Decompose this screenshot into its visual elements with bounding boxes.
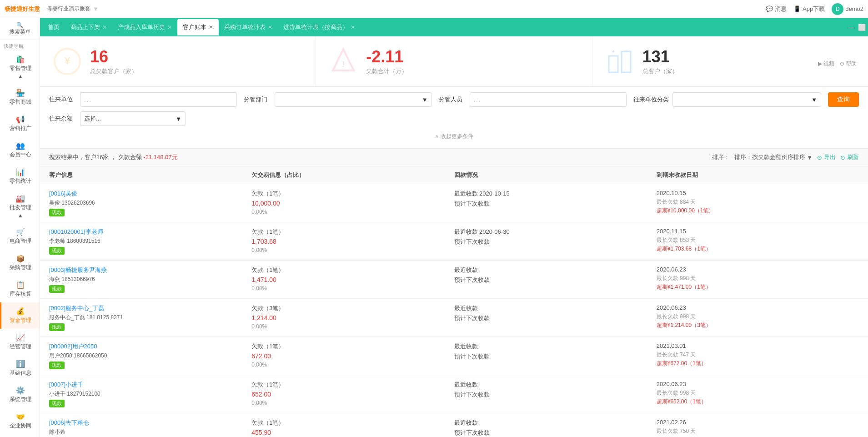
retail-expand-icon: ▲	[18, 73, 23, 80]
sidebar-item-enterprise[interactable]: 🤝 企业协同	[0, 408, 40, 434]
balance-chevron-icon: ▼	[176, 116, 181, 122]
search-menu-btn[interactable]: 🔍 搜索菜单	[0, 18, 40, 40]
sidebar-item-finance[interactable]: 💰 资金管理	[0, 302, 40, 329]
tab-product-inbound[interactable]: 产成品入库单历史 ✕	[112, 19, 177, 35]
sidebar-item-retail-stats[interactable]: 📊 零售统计	[0, 163, 40, 190]
dept-chevron-icon: ▼	[422, 96, 428, 103]
export-button[interactable]: ⊙ 导出	[817, 153, 836, 161]
sidebar-item-operations[interactable]: 📈 经营管理	[0, 329, 40, 355]
sidebar-item-label: 电商管理	[10, 237, 31, 245]
sidebar-item-inventory[interactable]: 📋 库存核算	[0, 276, 40, 302]
tab-close-icon[interactable]: ✕	[351, 24, 355, 30]
customer-detail-4: 用户2050 18665062050	[49, 352, 251, 360]
customer-info-1: [0001020001]李老师 李老师 18600391516 现款	[49, 228, 251, 255]
overdue-link-1[interactable]: 超期¥1,703.68（1笔）	[657, 245, 859, 253]
sidebar-item-guide[interactable]: 🎯 新手引导	[0, 434, 40, 437]
results-bar: 搜索结果中，客户16家 ， 欠款金额 -21,148.07元 排序： 排序：按欠…	[40, 149, 868, 166]
sidebar-item-marketing[interactable]: 📢 营销推广	[0, 111, 40, 137]
unit-class-select[interactable]: ▼	[672, 92, 821, 107]
dept-select[interactable]: ▼	[275, 92, 431, 107]
tab-home[interactable]: 首页	[42, 23, 65, 31]
col-header-customer: 客户信息	[49, 171, 251, 179]
messages-btn[interactable]: 💬 消息	[766, 5, 787, 13]
app-download-btn[interactable]: 📱 App下载	[793, 5, 825, 13]
sidebar-item-wholesale[interactable]: 🏭 批发管理 ▲	[0, 190, 40, 223]
help-btn[interactable]: ⊙ 帮助	[840, 60, 857, 68]
sidebar-item-retail-mall[interactable]: 🏪 零售商城	[0, 84, 40, 111]
sidebar-item-system[interactable]: ⚙️ 系统管理	[0, 382, 40, 408]
wholesale-expand-icon: ▲	[18, 212, 23, 219]
collapse-btn[interactable]: ∧ 收起更多条件	[49, 131, 859, 143]
from-unit-input[interactable]: ...	[80, 92, 237, 107]
stat-icon-blue	[604, 45, 636, 77]
due-info-0: 2020.10.15 最长欠款 884 天 超期¥10,000.00（1笔）	[657, 190, 859, 215]
sort-button[interactable]: 排序：按欠款金额倒序排序 ▼	[734, 153, 813, 161]
query-button[interactable]: 查询	[828, 92, 859, 107]
retail-mgmt-icon: 🛍️	[16, 55, 25, 64]
svg-text:¥: ¥	[64, 55, 70, 66]
col-header-due: 到期未收款日期	[657, 171, 859, 179]
tab-purchase-stats[interactable]: 采购订单统计表 ✕	[219, 19, 278, 35]
due-info-1: 2020.11.15 最长欠款 853 天 超期¥1,703.68（1笔）	[657, 228, 859, 253]
person-label: 分管人员	[439, 95, 466, 104]
tab-product-listing[interactable]: 商品上下架 ✕	[65, 19, 112, 35]
overdue-link-4[interactable]: 超期¥672.00（1笔）	[657, 360, 859, 367]
customer-tag-5: 现款	[49, 400, 65, 407]
debt-info-4: 欠款（1笔） 672.00 0.00%	[251, 342, 454, 368]
debt-info-2: 欠款（1笔） 1,471.00 0.00%	[251, 266, 454, 291]
customer-name-0[interactable]: [0016]吴俊	[49, 190, 251, 198]
customer-name-3[interactable]: [0002]服务中心_丁磊	[49, 304, 251, 312]
download-icon: 📱	[793, 5, 801, 12]
overdue-link-5[interactable]: 超期¥652.00（1笔）	[657, 398, 859, 406]
tab-minimize-icon[interactable]: —	[848, 24, 854, 31]
sidebar-item-label: 营销推广	[10, 125, 31, 132]
customer-name-5[interactable]: [0007]小进千	[49, 381, 251, 389]
tab-purchase-product-stats[interactable]: 进货单统计表（按商品） ✕	[278, 19, 361, 35]
overdue-link-3[interactable]: 超期¥1,214.00（3笔）	[657, 321, 859, 329]
overdue-link-0[interactable]: 超期¥10,000.00（1笔）	[657, 207, 859, 215]
table-row: [0003]畅捷服务尹海燕 海燕 18513066976 现款 欠款（1笔） 1…	[40, 261, 868, 299]
store-dropdown-icon[interactable]: ▼	[93, 5, 99, 12]
sidebar-item-purchase[interactable]: 📦 采购管理	[0, 250, 40, 276]
sidebar-item-member[interactable]: 👥 会员中心	[0, 137, 40, 163]
stats-panel: ¥ 16 总欠款客户（家） !	[40, 36, 868, 87]
sidebar-item-retail-mgmt[interactable]: 🛍️ 零售管理 ▲	[0, 50, 40, 84]
tab-customer-account[interactable]: 客户账本 ✕	[177, 19, 219, 35]
balance-select[interactable]: 选择... ▼	[80, 111, 186, 126]
video-btn[interactable]: ▶ 视频	[818, 60, 834, 68]
customer-name-6[interactable]: [0006]去下粮仓	[49, 419, 251, 427]
sidebar-item-basic-info[interactable]: ℹ️ 基础信息	[0, 355, 40, 382]
user-btn[interactable]: D demo2	[832, 3, 863, 15]
customer-name-1[interactable]: [0001020001]李老师	[49, 228, 251, 236]
due-info-2: 2020.06.23 最长欠款 998 天 超期¥1,471.00（1笔）	[657, 266, 859, 291]
finance-icon: 💰	[16, 307, 25, 316]
due-info-4: 2021.03.01 最长欠款 747 天 超期¥672.00（1笔）	[657, 342, 859, 367]
sidebar-item-ecommerce[interactable]: 🛒 电商管理	[0, 223, 40, 250]
tab-close-icon[interactable]: ✕	[268, 24, 272, 30]
stat-icon-orange: ¥	[51, 45, 83, 77]
customer-name-4[interactable]: [000002]用户2050	[49, 342, 251, 351]
customer-info-6: [0006]去下粮仓 陈小希 现款	[49, 419, 251, 437]
stat-tools: ▶ 视频 ⊙ 帮助	[818, 55, 857, 68]
svg-rect-4	[609, 56, 618, 72]
return-info-6: 最近收款 预计下次收款	[454, 419, 657, 437]
customer-info-2: [0003]畅捷服务尹海燕 海燕 18513066976 现款	[49, 266, 251, 293]
person-input[interactable]: ...	[470, 92, 627, 107]
refresh-button[interactable]: ⊙ 刷新	[840, 153, 859, 161]
tab-maximize-icon[interactable]: ⬜	[858, 24, 866, 31]
collapse-icon: ∧	[435, 133, 441, 140]
overdue-link-2[interactable]: 超期¥1,471.00（1笔）	[657, 283, 859, 291]
tab-close-icon[interactable]: ✕	[209, 24, 213, 30]
customer-name-2[interactable]: [0003]畅捷服务尹海燕	[49, 266, 251, 274]
tab-close-icon[interactable]: ✕	[102, 24, 107, 30]
due-info-5: 2020.06.23 最长欠款 998 天 超期¥652.00（1笔）	[657, 381, 859, 406]
export-icon: ⊙	[817, 154, 822, 161]
tab-bar: 首页 商品上下架 ✕ 产成品入库单历史 ✕ 客户账本 ✕ 采购订单统计表 ✕	[40, 18, 868, 36]
tab-close-icon[interactable]: ✕	[167, 24, 172, 30]
wholesale-icon: 🏭	[16, 194, 25, 203]
from-unit-label: 往来单位	[49, 95, 76, 104]
customer-tag-0: 现款	[49, 209, 65, 216]
return-info-0: 最近收款 2020-10-15 预计下次收款	[454, 190, 657, 210]
stat-card-total-customers: 131 总客户（家） ▶ 视频 ⊙ 帮助	[592, 36, 868, 86]
table-row: [000002]用户2050 用户2050 18665062050 现款 欠款（…	[40, 337, 868, 375]
